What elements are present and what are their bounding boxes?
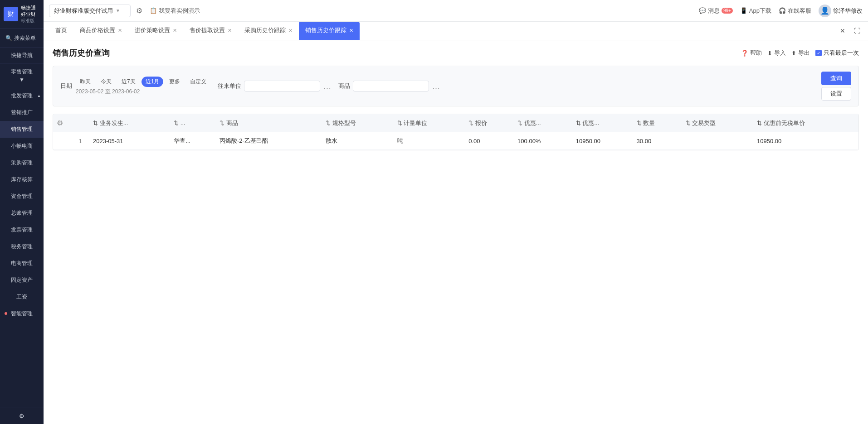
tab-purchase-strategy-label: 进价策略设置	[135, 26, 170, 34]
row-price-cell: 0.00	[465, 132, 514, 150]
sidebar-item-retail[interactable]: 零售管理	[0, 63, 44, 87]
search-menu-label: 搜索菜单	[14, 34, 36, 42]
online-service-button[interactable]: 🎧 在线客服	[779, 7, 811, 15]
sidebar-search-section: 🔍 搜索菜单	[0, 29, 44, 48]
date-option-7days[interactable]: 近7天	[117, 77, 140, 87]
col-header-seq	[71, 114, 89, 132]
sort-icon-more: ⇅	[174, 120, 179, 126]
page-header-actions: ❓ 帮助 ⬇ 导入 ⬆ 导出 ✓ 只看最后一次	[741, 49, 859, 57]
col-header-product[interactable]: ⇅ 商品	[216, 114, 322, 132]
col-more-label: ...	[180, 120, 185, 126]
tab-home[interactable]: 首页	[49, 22, 73, 40]
filter-settings-button[interactable]: 设置	[821, 87, 851, 101]
tab-sales-history-close-icon[interactable]: ✕	[349, 28, 353, 34]
help-button[interactable]: ❓ 帮助	[741, 49, 762, 57]
sidebar-item-tax[interactable]: 税务管理	[0, 238, 44, 255]
query-button[interactable]: 查询	[821, 72, 851, 85]
date-option-1month[interactable]: 近1月	[141, 77, 164, 87]
workspace-settings-button[interactable]: ⚙	[134, 5, 144, 17]
date-option-custom[interactable]: 自定义	[186, 77, 210, 87]
source-unit-more-button[interactable]: …	[323, 82, 331, 90]
tab-sale-extract-close-icon[interactable]: ✕	[228, 28, 232, 34]
table-gear-icon: ⚙	[57, 119, 63, 127]
date-option-yesterday[interactable]: 昨天	[76, 77, 95, 87]
demo-button[interactable]: 📋 我要看实例演示	[150, 7, 200, 15]
tab-purchase-strategy-close-icon[interactable]: ✕	[173, 28, 177, 34]
online-service-label: 在线客服	[788, 7, 811, 15]
sidebar-item-marketing[interactable]: 营销推广	[0, 104, 44, 121]
sort-icon-quantity: ⇅	[637, 120, 642, 126]
headset-icon: 🎧	[779, 7, 786, 14]
col-header-discount1[interactable]: ⇅ 优惠...	[514, 114, 572, 132]
selector-chevron-down-icon: ▼	[116, 8, 120, 13]
col-header-price[interactable]: ⇅ 报价	[465, 114, 514, 132]
col-header-more[interactable]: ⇅ ...	[170, 114, 216, 132]
source-unit-input[interactable]	[244, 81, 320, 92]
only-last-label: 只看最后一次	[824, 49, 859, 57]
sidebar-item-invoice[interactable]: 发票管理	[0, 222, 44, 238]
export-button[interactable]: ⬆ 导出	[791, 49, 810, 57]
retail-label: 零售管理	[11, 68, 33, 76]
tab-sale-extract-label: 售价提取设置	[190, 26, 225, 34]
col-header-quantity[interactable]: ⇅ 数量	[633, 114, 682, 132]
source-unit-filter-group: 往来单位 …	[218, 81, 331, 92]
app-download-label: App下载	[749, 7, 771, 15]
product-input[interactable]	[353, 81, 429, 92]
row-unit-cell: 吨	[394, 132, 465, 150]
sidebar-item-finance[interactable]: 资金管理	[0, 188, 44, 205]
col-biz-date-label: 业务发生...	[100, 120, 128, 126]
message-button[interactable]: 💬 消息 99+	[699, 7, 733, 15]
tab-sale-extract[interactable]: 售价提取设置 ✕	[183, 22, 238, 40]
col-header-pretax-price[interactable]: ⇅ 优惠前无税单价	[753, 114, 858, 132]
date-range-text: 2023-05-02 至 2023-06-02	[76, 88, 210, 96]
sidebar-settings-button[interactable]: ⚙	[0, 408, 44, 424]
demo-icon: 📋	[150, 7, 157, 14]
col-header-trade-type[interactable]: ⇅ 交易类型	[682, 114, 754, 132]
app-download-button[interactable]: 📱 App下载	[740, 7, 771, 15]
tab-sales-history[interactable]: 销售历史价跟踪 ✕	[299, 22, 360, 40]
demo-label: 我要看实例演示	[159, 7, 200, 15]
workspace-selector[interactable]: 好业财标准版交付试用 ▼	[49, 5, 131, 17]
date-option-more[interactable]: 更多	[165, 77, 184, 87]
import-button[interactable]: ⬇ 导入	[767, 49, 786, 57]
row-product-cell: 丙烯酸-2-乙基己酯	[216, 132, 322, 150]
sidebar-item-payroll[interactable]: 工资	[0, 289, 44, 305]
tab-purchase-strategy[interactable]: 进价策略设置 ✕	[128, 22, 183, 40]
tab-purchase-history[interactable]: 采购历史价跟踪 ✕	[238, 22, 299, 40]
sidebar-item-purchase[interactable]: 采购管理	[0, 154, 44, 171]
date-option-today[interactable]: 今天	[97, 77, 116, 87]
sidebar-item-sales[interactable]: 销售管理	[0, 121, 44, 138]
sidebar-item-general-ledger[interactable]: 总账管理	[0, 205, 44, 222]
checkbox-icon: ✓	[815, 50, 822, 56]
tab-purchase-history-label: 采购历史价跟踪	[244, 26, 286, 34]
product-more-button[interactable]: …	[432, 82, 440, 90]
col-header-biz-date[interactable]: ⇅ 业务发生...	[89, 114, 170, 132]
date-options: 昨天 今天 近7天 近1月 更多 自定义	[76, 77, 210, 87]
user-menu-button[interactable]: 👤 徐泽华修改	[819, 5, 863, 17]
tab-product-price-close-icon[interactable]: ✕	[118, 28, 122, 34]
message-badge: 99+	[722, 8, 733, 14]
window-maximize-button[interactable]: ⛶	[852, 25, 863, 36]
window-close-button[interactable]: ✕	[837, 25, 848, 36]
sidebar-item-ecommerce[interactable]: 电商管理	[0, 255, 44, 272]
col-header-spec[interactable]: ⇅ 规格型号	[322, 114, 394, 132]
sidebar-item-wholesale[interactable]: 批发管理	[0, 87, 44, 104]
sidebar-item-smart[interactable]: 智能管理	[0, 305, 44, 322]
col-header-unit[interactable]: ⇅ 计量单位	[394, 114, 465, 132]
col-header-discount2[interactable]: ⇅ 优惠...	[572, 114, 633, 132]
import-label: 导入	[774, 49, 786, 57]
col-header-gear[interactable]: ⚙	[53, 114, 71, 132]
tab-product-price[interactable]: 商品价格设置 ✕	[73, 22, 128, 40]
sidebar-item-assets[interactable]: 固定资产	[0, 272, 44, 289]
sidebar-item-inventory[interactable]: 库存核算	[0, 171, 44, 188]
sidebar-item-ecommerce-small[interactable]: 小畅电商	[0, 138, 44, 154]
general-ledger-label: 总账管理	[11, 209, 33, 217]
purchase-label: 采购管理	[11, 159, 33, 167]
gear-icon: ⚙	[136, 7, 142, 14]
only-last-checkbox[interactable]: ✓ 只看最后一次	[815, 49, 859, 57]
search-menu-button[interactable]: 🔍 搜索菜单	[4, 33, 40, 44]
window-controls: ✕ ⛶	[837, 25, 863, 36]
quick-nav-button[interactable]: 快捷导航	[0, 48, 44, 63]
tab-purchase-history-close-icon[interactable]: ✕	[288, 28, 293, 34]
row-spec-cell: 散水	[322, 132, 394, 150]
